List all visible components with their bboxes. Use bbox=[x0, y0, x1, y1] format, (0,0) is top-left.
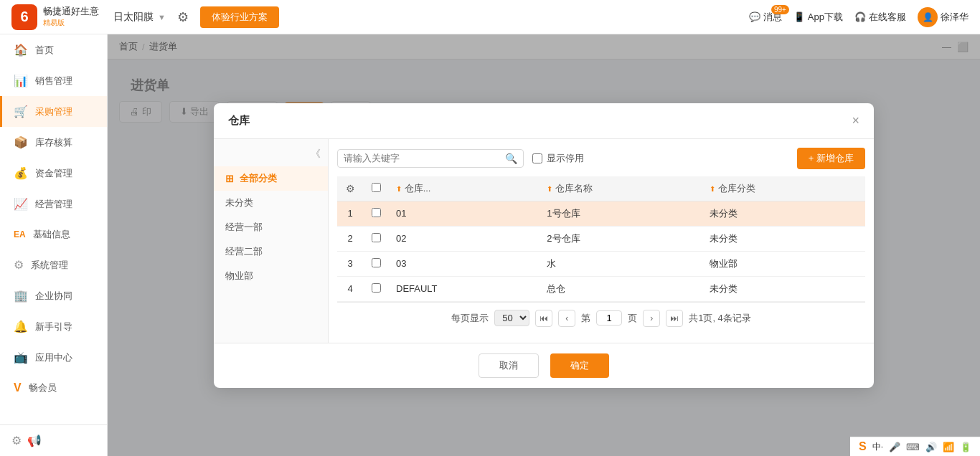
table-row[interactable]: 3 03 水 物业部 bbox=[337, 251, 865, 276]
row1-select[interactable] bbox=[372, 208, 381, 217]
category-item-ops2[interactable]: 经营二部 bbox=[214, 239, 328, 264]
show-disabled-checkbox[interactable] bbox=[532, 153, 542, 163]
first-page-btn[interactable]: ⏮ bbox=[535, 310, 552, 327]
add-warehouse-btn[interactable]: + 新增仓库 bbox=[797, 148, 865, 169]
service-label: 在线客服 bbox=[869, 11, 906, 24]
mic-icon[interactable]: 🎤 bbox=[889, 442, 900, 452]
col-warehouse-category[interactable]: ⬆ 仓库分类 bbox=[702, 176, 865, 201]
collapse-btn[interactable]: 《 bbox=[214, 145, 328, 166]
row1-checkbox[interactable] bbox=[363, 201, 389, 226]
category-item-ops1[interactable]: 经营一部 bbox=[214, 215, 328, 239]
keyboard-icon[interactable]: ⌨ bbox=[906, 442, 920, 452]
sidebar-item-basics[interactable]: EA 基础信息 bbox=[0, 219, 107, 250]
logo-sub: 精易版 bbox=[43, 18, 99, 28]
category-item-all[interactable]: ⊞ 全部分类 bbox=[214, 166, 328, 191]
page-number-input[interactable] bbox=[596, 310, 622, 326]
row3-checkbox[interactable] bbox=[363, 251, 389, 276]
table-row[interactable]: 1 01 1号仓库 未分类 bbox=[337, 201, 865, 226]
inventory-icon: 📦 bbox=[14, 136, 28, 149]
modal-close-btn[interactable]: × bbox=[852, 113, 859, 128]
modal-body: 《 ⊞ 全部分类 未分类 经营一部 经营二部 bbox=[214, 139, 874, 343]
table-header-row: ⚙ ⬆ 仓库... bbox=[337, 176, 865, 201]
settings-icon[interactable]: ⚙ bbox=[177, 9, 189, 25]
col-warehouse-code[interactable]: ⬆ 仓库... bbox=[389, 176, 540, 201]
settings-bottom-icon[interactable]: ⚙ bbox=[11, 434, 22, 447]
cancel-btn[interactable]: 取消 bbox=[479, 353, 539, 378]
sidebar-item-inventory[interactable]: 📦 库存核算 bbox=[0, 127, 107, 158]
category-label-property: 物业部 bbox=[225, 270, 253, 282]
logo-text: 畅捷通好生意 bbox=[43, 6, 99, 18]
sidebar-bottom: ⚙ 📢 bbox=[0, 424, 107, 456]
user-menu[interactable]: 👤 徐泽华 bbox=[918, 7, 969, 27]
speaker-icon2[interactable]: 🔊 bbox=[925, 442, 937, 452]
topbar-right: 💬 消息 99+ 📱 App下载 🎧 在线客服 👤 徐泽华 bbox=[749, 7, 969, 27]
select-all-checkbox[interactable] bbox=[372, 183, 381, 192]
page-unit: 页 bbox=[628, 312, 637, 325]
app-center-icon: 📺 bbox=[14, 351, 28, 364]
dropdown-arrow-icon: ▼ bbox=[158, 13, 166, 22]
app-download-btn[interactable]: 📱 App下载 bbox=[793, 11, 843, 24]
sidebar-item-member[interactable]: V 畅会员 bbox=[0, 373, 107, 403]
table-container: ⚙ ⬆ 仓库... bbox=[337, 176, 865, 302]
row4-index: 4 bbox=[337, 276, 363, 301]
row3-select[interactable] bbox=[372, 258, 381, 267]
sidebar-item-operations[interactable]: 📈 经营管理 bbox=[0, 189, 107, 219]
s-logo: S bbox=[859, 440, 867, 453]
search-icon: 🔍 bbox=[505, 153, 517, 164]
confirm-btn[interactable]: 确定 bbox=[550, 353, 609, 378]
row2-select[interactable] bbox=[372, 233, 381, 242]
pagination: 每页显示 50 ⏮ ‹ 第 页 › ⏭ 共1页, 4条记录 bbox=[337, 302, 865, 334]
search-input[interactable] bbox=[344, 153, 505, 163]
sidebar-item-app-center[interactable]: 📺 应用中心 bbox=[0, 342, 107, 373]
row2-name: 2号仓库 bbox=[540, 226, 702, 251]
row2-category: 未分类 bbox=[702, 226, 865, 251]
sidebar-item-system[interactable]: ⚙ 系统管理 bbox=[0, 250, 107, 280]
message-btn[interactable]: 💬 消息 99+ bbox=[749, 11, 782, 24]
user-name: 徐泽华 bbox=[941, 11, 969, 24]
col-category-label: 仓库分类 bbox=[718, 183, 755, 194]
table-row[interactable]: 4 DEFAULT 总仓 未分类 bbox=[337, 276, 865, 301]
table-toolbar: 🔍 显示停用 + 新增仓库 bbox=[337, 148, 865, 169]
warehouse-table: ⚙ ⬆ 仓库... bbox=[337, 176, 865, 302]
home-icon: 🏠 bbox=[14, 43, 28, 57]
row4-checkbox[interactable] bbox=[363, 276, 389, 301]
modal-title: 仓库 bbox=[228, 114, 250, 128]
category-item-property[interactable]: 物业部 bbox=[214, 264, 328, 288]
row4-name: 总仓 bbox=[540, 276, 702, 301]
col-code-label: 仓库... bbox=[405, 183, 431, 194]
sidebar-item-label-operations: 经营管理 bbox=[35, 198, 72, 211]
category-label-ops1: 经营一部 bbox=[225, 221, 263, 234]
category-item-unclassified[interactable]: 未分类 bbox=[214, 191, 328, 215]
per-page-select[interactable]: 50 bbox=[494, 310, 529, 326]
sidebar-item-guide[interactable]: 🔔 新手引导 bbox=[0, 311, 107, 342]
main-layout: 🏠 首页 📊 销售管理 🛒 采购管理 📦 库存核算 💰 资金管理 📈 经营管理 … bbox=[0, 34, 980, 456]
show-disabled-label: 显示停用 bbox=[547, 152, 584, 165]
row3-code: 03 bbox=[389, 251, 540, 276]
company-selector[interactable]: 日太阳膜 ▼ bbox=[113, 11, 166, 24]
company-name: 日太阳膜 bbox=[113, 11, 154, 24]
sort-name-icon: ⬆ bbox=[547, 185, 552, 193]
sidebar-item-label-app: 应用中心 bbox=[35, 351, 72, 364]
col-warehouse-name[interactable]: ⬆ 仓库名称 bbox=[540, 176, 702, 201]
next-page-btn[interactable]: › bbox=[643, 310, 660, 327]
service-btn[interactable]: 🎧 在线客服 bbox=[854, 11, 906, 24]
sidebar-item-home[interactable]: 🏠 首页 bbox=[0, 34, 107, 65]
col-gear: ⚙ bbox=[337, 176, 363, 201]
speaker-icon[interactable]: 📢 bbox=[27, 434, 42, 447]
last-page-btn[interactable]: ⏭ bbox=[666, 310, 683, 327]
trial-btn[interactable]: 体验行业方案 bbox=[200, 6, 279, 28]
row1-code: 01 bbox=[389, 201, 540, 226]
prev-page-btn[interactable]: ‹ bbox=[558, 310, 575, 327]
row4-code: DEFAULT bbox=[389, 276, 540, 301]
sidebar-item-enterprise[interactable]: 🏢 企业协同 bbox=[0, 280, 107, 311]
row4-select[interactable] bbox=[372, 283, 381, 293]
row2-checkbox[interactable] bbox=[363, 226, 389, 251]
sidebar-item-purchase[interactable]: 🛒 采购管理 bbox=[0, 96, 107, 127]
modal-overlay: 仓库 × 《 ⊞ 全部分类 未分类 bbox=[108, 34, 980, 456]
sidebar-item-label-guide: 新手引导 bbox=[35, 320, 72, 333]
sidebar-item-finance[interactable]: 💰 资金管理 bbox=[0, 158, 107, 189]
sidebar-item-sales[interactable]: 📊 销售管理 bbox=[0, 65, 107, 96]
operations-icon: 📈 bbox=[14, 197, 28, 211]
sidebar-item-label-enterprise: 企业协同 bbox=[35, 290, 72, 303]
table-row[interactable]: 2 02 2号仓库 未分类 bbox=[337, 226, 865, 251]
